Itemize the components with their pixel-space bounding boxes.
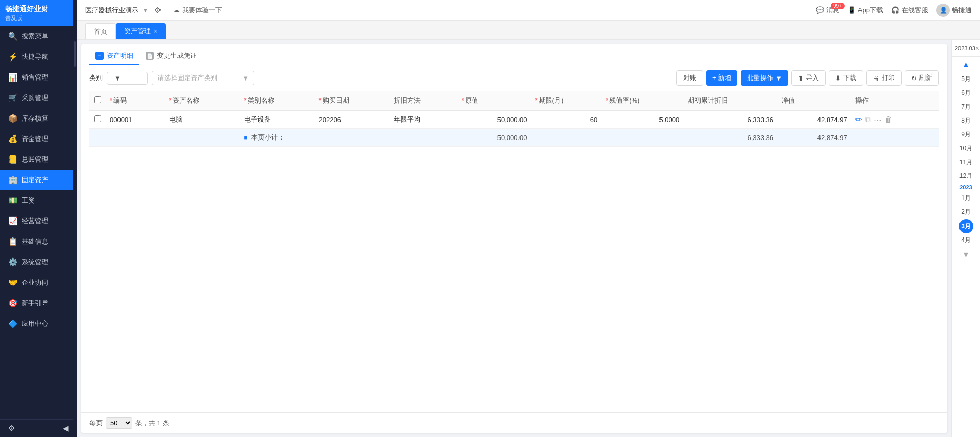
month-1[interactable]: 1月 [952, 191, 980, 205]
settings-bottom-icon[interactable]: ⚙ [8, 424, 15, 433]
content-main: ≡ 资产明细 📄 变更生成凭证 类别 ▼ 请选择固定资产类别 [81, 44, 947, 433]
subtab-asset-list[interactable]: ≡ 资产明细 [89, 48, 139, 65]
row-period: 60 [531, 111, 602, 129]
sidebar-item-quick-nav[interactable]: ⚡ 快捷导航 [0, 47, 77, 67]
tab-close-icon[interactable]: × [154, 28, 157, 34]
operation-icon: 📈 [8, 216, 17, 226]
panel-down-icon[interactable]: ▼ [962, 250, 970, 260]
th-period: *期限(月) [531, 91, 602, 111]
subtotal-row: ■ 本页小计： 50,000.00 6,333.36 42,874.97 [89, 129, 939, 147]
per-page-select[interactable]: 50 10 20 100 [106, 417, 132, 429]
print-button[interactable]: 🖨 打印 [866, 70, 902, 86]
refresh-button[interactable]: ↻ 刷新 [905, 70, 939, 86]
message-item[interactable]: 💬 消息 99+ [816, 6, 839, 15]
th-category: *类别名称 [240, 91, 315, 111]
sidebar-item-basic-info[interactable]: 📋 基础信息 [0, 231, 77, 252]
row-residual-rate: 5.0000 [602, 111, 684, 129]
row-op-icons: ✏ ⧉ ⋯ 🗑 [855, 115, 935, 124]
month-4[interactable]: 4月 [952, 233, 980, 247]
month-7[interactable]: 7月 [952, 100, 980, 114]
download-label: 下载 [843, 73, 856, 83]
online-service-item[interactable]: 🎧 在线客服 [891, 6, 928, 15]
delete-icon[interactable]: 🗑 [885, 115, 892, 124]
enterprise-icon: 🤝 [8, 278, 17, 287]
app-subtitle: 普及版 [5, 14, 22, 22]
subtotal-original-value: 50,000.00 [457, 129, 531, 147]
panel-up-icon[interactable]: ▲ [962, 60, 970, 69]
copy-icon[interactable]: ⧉ [865, 115, 871, 124]
message-badge: 99+ [831, 3, 845, 9]
pagination: 每页 50 10 20 100 条，共 1 条 [81, 412, 947, 433]
guide-icon: 🎯 [8, 299, 17, 308]
month-12[interactable]: 12月 [952, 169, 980, 183]
experience-text[interactable]: 我要体验一下 [182, 6, 222, 15]
search-icon: 🔍 [8, 32, 17, 41]
month-6[interactable]: 6月 [952, 86, 980, 100]
sidebar-item-system[interactable]: ⚙️ 系统管理 [0, 252, 77, 272]
batch-dropdown-icon: ▼ [775, 74, 782, 82]
sidebar-item-fixed-assets[interactable]: 🏢 固定资产 [0, 170, 77, 190]
month-5[interactable]: 5月 [952, 72, 980, 86]
sidebar-item-ledger[interactable]: 📒 总账管理 [0, 149, 77, 170]
user-item[interactable]: 👤 畅捷通 [936, 4, 972, 17]
export-icon: ⬆ [798, 74, 804, 82]
row-purchase-date: 202206 [315, 111, 390, 129]
company-name: 医疗器械行业演示 [85, 6, 138, 15]
row-code: 000001 [106, 111, 165, 129]
month-10[interactable]: 10月 [952, 142, 980, 155]
sidebar-item-purchase[interactable]: 🛒 采购管理 [0, 88, 77, 108]
reconcile-button[interactable]: 对账 [676, 70, 703, 86]
sidebar-logo: 畅捷通好业财 普及版 [0, 0, 77, 26]
export-button[interactable]: ⬆ 导入 [791, 70, 826, 86]
refresh-icon: ↻ [911, 74, 917, 82]
panel-nav-icons: ▲ [962, 57, 970, 72]
sidebar: 畅捷通好业财 普及版 🔍 搜索菜单 ⚡ 快捷导航 📊 销售管理 🛒 采购管理 📦… [0, 0, 77, 437]
filter-type-select[interactable]: ▼ [107, 72, 148, 85]
salary-icon: 💵 [8, 196, 17, 205]
total-label: 条，共 1 条 [135, 419, 169, 428]
month-2[interactable]: 2月 [952, 205, 980, 219]
edit-icon[interactable]: ✏ [855, 115, 862, 124]
sidebar-item-sales[interactable]: 📊 销售管理 [0, 67, 77, 88]
app-center-icon: 🔷 [8, 319, 17, 328]
row-checkbox[interactable] [94, 115, 101, 122]
topbar-right: 💬 消息 99+ 📱 App下载 🎧 在线客服 👤 畅捷通 [816, 4, 972, 17]
filter-type-label: 类别 [89, 73, 103, 83]
new-button[interactable]: + 新增 [706, 70, 737, 86]
online-service-icon: 🎧 [891, 6, 899, 14]
sidebar-item-enterprise[interactable]: 🤝 企业协同 [0, 272, 77, 293]
right-panel-header: 2023.03 × ⤢ [952, 40, 980, 57]
sidebar-item-inventory[interactable]: 📦 库存核算 [0, 108, 77, 129]
sidebar-item-operation[interactable]: 📈 经营管理 [0, 211, 77, 231]
download-button[interactable]: ⬇ 下载 [829, 70, 863, 86]
month-8[interactable]: 8月 [952, 114, 980, 128]
sidebar-item-fund[interactable]: 💰 资金管理 [0, 129, 77, 149]
company-settings-icon[interactable]: ⚙ [154, 6, 161, 15]
collapse-icon[interactable]: ◀ [63, 424, 69, 433]
panel-close-icon[interactable]: × [975, 44, 979, 52]
batch-button[interactable]: 批量操作 ▼ [741, 70, 788, 86]
sidebar-item-app-center[interactable]: 🔷 应用中心 [0, 313, 77, 334]
experience-section: ☁ 我要体验一下 [173, 6, 222, 15]
toolbar: 类别 ▼ 请选择固定资产类别 ▼ 对账 + 新增 [81, 65, 947, 91]
sidebar-item-search[interactable]: 🔍 搜索菜单 [0, 26, 77, 47]
select-all-checkbox[interactable] [94, 96, 101, 103]
app-download-item[interactable]: 📱 App下载 [848, 6, 883, 15]
print-icon: 🖨 [873, 74, 879, 82]
user-name: 畅捷通 [952, 6, 972, 15]
month-11[interactable]: 11月 [952, 155, 980, 169]
subtab-voucher-gen[interactable]: 📄 变更生成凭证 [139, 48, 203, 65]
voucher-gen-tab-icon: 📄 [146, 52, 154, 60]
more-icon[interactable]: ⋯ [874, 115, 882, 124]
asset-list-tab-icon: ≡ [95, 52, 104, 60]
month-3[interactable]: 3月 [959, 219, 973, 233]
tab-home[interactable]: 首页 [85, 23, 116, 39]
tab-asset-mgmt[interactable]: 资产管理 × [116, 23, 166, 39]
system-icon: ⚙️ [8, 257, 17, 267]
sidebar-item-salary[interactable]: 💵 工资 [0, 190, 77, 211]
sidebar-item-guide[interactable]: 🎯 新手引导 [0, 293, 77, 313]
month-9[interactable]: 9月 [952, 128, 980, 142]
company-dropdown-icon[interactable]: ▼ [143, 7, 148, 13]
th-original-value: *原值 [457, 91, 531, 111]
filter-category-input[interactable]: 请选择固定资产类别 ▼ [152, 71, 254, 85]
